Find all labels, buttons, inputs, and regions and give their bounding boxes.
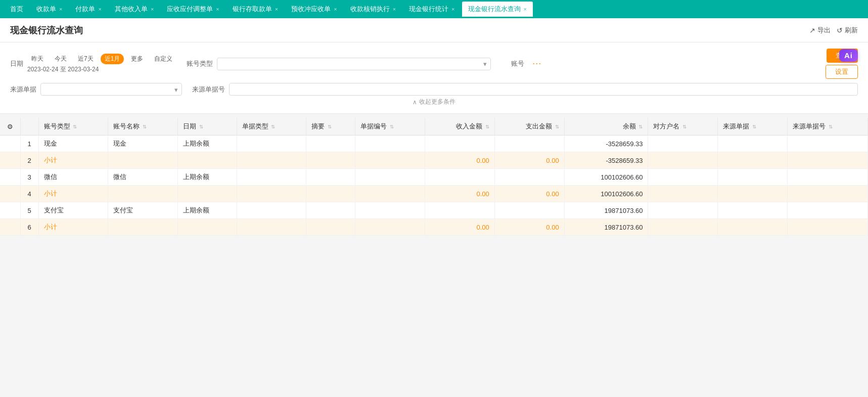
- th-account-type[interactable]: 账号类型 ⇅: [38, 118, 108, 136]
- th-source-doc-no-label: 来源单据号: [793, 122, 826, 130]
- account-type-select[interactable]: [217, 58, 491, 70]
- account-no-group: 账号 ···: [511, 58, 815, 70]
- td-balance: -3528659.33: [564, 136, 648, 152]
- date-btn-yesterday[interactable]: 昨天: [27, 54, 48, 64]
- sort-icon-doc-no: ⇅: [390, 124, 394, 129]
- nav-home[interactable]: 首页: [4, 2, 29, 17]
- nav-tab-label-6: 收款核销执行: [350, 5, 390, 14]
- th-source-doc-no[interactable]: 来源单据号 ⇅: [788, 118, 868, 136]
- table-row[interactable]: 5支付宝支付宝上期余额19871073.60: [0, 202, 868, 219]
- table-row[interactable]: 1现金现金上期余额-3528659.33: [0, 136, 868, 152]
- table-container: ⚙ 账号类型 ⇅ 账号名称 ⇅ 日期 ⇅ 单据类型 ⇅: [0, 118, 868, 236]
- sort-icon-income: ⇅: [485, 124, 489, 129]
- td-account-type: 微信: [38, 169, 108, 186]
- td-source-doc-no: [788, 136, 868, 152]
- nav-close-7[interactable]: ×: [451, 6, 454, 12]
- td-account-type: 支付宝: [38, 202, 108, 219]
- th-summary[interactable]: 摘要 ⇅: [306, 118, 355, 136]
- account-type-label: 账号类型: [187, 59, 213, 68]
- ai-assistant-badge[interactable]: Ai: [839, 49, 858, 62]
- table-row[interactable]: 6小计0.000.0019871073.60: [0, 219, 868, 236]
- settings-button[interactable]: 设置: [826, 65, 858, 79]
- td-summary: [306, 202, 355, 219]
- th-gear[interactable]: ⚙: [0, 118, 20, 136]
- td-doc-no: [355, 169, 425, 186]
- td-balance: -3528659.33: [564, 152, 648, 169]
- nav-close-2[interactable]: ×: [151, 6, 154, 12]
- th-income[interactable]: 收入金额 ⇅: [425, 118, 494, 136]
- th-doc-no[interactable]: 单据编号 ⇅: [355, 118, 425, 136]
- date-btn-more[interactable]: 更多: [127, 54, 147, 64]
- nav-tab-label-5: 预收冲应收单: [291, 5, 331, 14]
- th-date[interactable]: 日期 ⇅: [178, 118, 237, 136]
- table-row[interactable]: 4小计0.000.00100102606.60: [0, 186, 868, 202]
- nav-tab-5[interactable]: 预收冲应收单 ×: [285, 2, 343, 17]
- nav-tab-2[interactable]: 其他收入单 ×: [109, 2, 160, 17]
- source-doc-select[interactable]: [40, 83, 182, 96]
- td-counterpart: [648, 136, 718, 152]
- nav-tab-0[interactable]: 收款单 ×: [30, 2, 68, 17]
- date-btn-custom[interactable]: 自定义: [150, 54, 176, 64]
- td-doc-no: [355, 219, 425, 236]
- sort-icon-doc-type: ⇅: [271, 124, 275, 129]
- td-expense: 0.00: [494, 219, 564, 236]
- td-doc-type: [237, 169, 306, 186]
- nav-close-4[interactable]: ×: [275, 6, 278, 12]
- date-range-display: 2023-02-24 至 2023-03-24: [27, 65, 176, 74]
- td-expense: 0.00: [494, 152, 564, 169]
- td-summary: [306, 219, 355, 236]
- nav-close-3[interactable]: ×: [216, 6, 219, 12]
- account-type-group: 账号类型 ▾: [187, 58, 491, 70]
- th-counterpart[interactable]: 对方户名 ⇅: [648, 118, 718, 136]
- date-btn-7days[interactable]: 近7天: [74, 54, 98, 64]
- collapse-bar[interactable]: ∧ 收起更多条件: [10, 96, 858, 109]
- nav-tab-8[interactable]: 现金银行流水查询 ×: [462, 2, 533, 17]
- table-row[interactable]: 3微信微信上期余额100102606.60: [0, 169, 868, 186]
- td-date: [178, 186, 237, 202]
- td-account-type: 小计: [38, 219, 108, 236]
- td-doc-no: [355, 136, 425, 152]
- td-source-doc-no: [788, 169, 868, 186]
- nav-tab-7[interactable]: 现金银行统计 ×: [403, 2, 461, 17]
- th-date-label: 日期: [183, 122, 196, 130]
- nav-close-0[interactable]: ×: [59, 6, 62, 12]
- td-income: 0.00: [425, 219, 494, 236]
- refresh-button[interactable]: ↺ 刷新: [837, 26, 858, 35]
- th-account-name[interactable]: 账号名称 ⇅: [108, 118, 178, 136]
- nav-tab-3[interactable]: 应收应付调整单 ×: [161, 2, 225, 17]
- account-type-select-wrapper: ▾: [217, 58, 491, 70]
- more-dots-icon[interactable]: ···: [532, 58, 541, 69]
- source-doc-no-input[interactable]: [229, 83, 858, 96]
- date-btn-1month[interactable]: 近1月: [101, 54, 124, 64]
- th-balance[interactable]: 余额 ⇅: [564, 118, 648, 136]
- date-shortcuts: 昨天 今天 近7天 近1月 更多 自定义: [27, 54, 176, 64]
- td-gear: [0, 136, 20, 152]
- nav-close-8[interactable]: ×: [524, 6, 527, 12]
- td-gear: [0, 169, 20, 186]
- nav-close-1[interactable]: ×: [98, 6, 101, 12]
- nav-close-6[interactable]: ×: [393, 6, 396, 12]
- nav-home-label: 首页: [10, 5, 23, 14]
- date-btn-today[interactable]: 今天: [51, 54, 71, 64]
- nav-tab-4[interactable]: 银行存取款单 ×: [226, 2, 284, 17]
- table-row[interactable]: 2小计0.000.00-3528659.33: [0, 152, 868, 169]
- nav-tab-1[interactable]: 付款单 ×: [69, 2, 107, 17]
- td-account-name: 支付宝: [108, 202, 178, 219]
- date-label: 日期: [10, 59, 23, 68]
- refresh-label: 刷新: [845, 26, 858, 35]
- td-balance: 100102606.60: [564, 186, 648, 202]
- td-counterpart: [648, 169, 718, 186]
- sort-icon-expense: ⇅: [555, 124, 559, 129]
- td-account-name: 微信: [108, 169, 178, 186]
- nav-close-5[interactable]: ×: [334, 6, 337, 12]
- td-doc-no: [355, 202, 425, 219]
- export-button[interactable]: ↗ 导出: [809, 26, 831, 35]
- nav-tab-6[interactable]: 收款核销执行 ×: [344, 2, 402, 17]
- th-source-doc[interactable]: 来源单据 ⇅: [718, 118, 788, 136]
- td-date: 上期余额: [178, 136, 237, 152]
- td-account-type: 小计: [38, 152, 108, 169]
- th-doc-type[interactable]: 单据类型 ⇅: [237, 118, 306, 136]
- th-expense[interactable]: 支出金额 ⇅: [494, 118, 564, 136]
- td-source-doc-no: [788, 219, 868, 236]
- sort-icon-date: ⇅: [199, 124, 203, 129]
